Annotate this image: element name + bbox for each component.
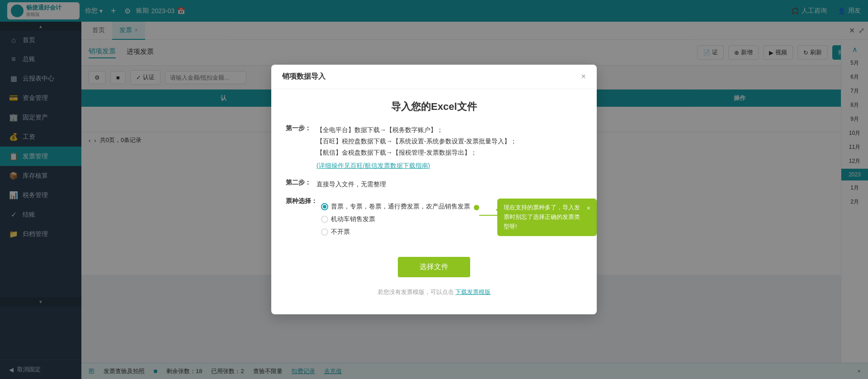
ticket-select-row: 票种选择： 普票，专票，卷票，通行费发票，农产品销售发票 (286, 197, 582, 246)
modal-close-btn[interactable]: × (581, 72, 586, 81)
modal-body: 导入您的Excel文件 第一步： 【全电平台】数据下载→【税务数字账户】； 【百… (271, 89, 597, 315)
import-title: 导入您的Excel文件 (286, 100, 582, 114)
radio-row-1: 普票，专票，卷票，通行费发票，农产品销售发票 × 现在支持的票种多了，导入发票时… (321, 203, 479, 211)
tooltip-close-btn[interactable]: × (587, 203, 590, 213)
step1-label: 第一步： (286, 124, 313, 172)
step2-row: 第二步： 直接导入文件，无需整理 (286, 179, 582, 190)
tooltip-container: × 现在支持的票种多了，导入发票时别忘了选择正确的发票类型呀! (474, 203, 479, 210)
radio-label-3[interactable]: 不开票 (321, 228, 350, 236)
tooltip-line (479, 215, 499, 216)
step1-content: 【全电平台】数据下载→【税务数字账户】； 【百旺】税控盘数据下载→【系统设置-系… (316, 124, 517, 172)
step1-row: 第一步： 【全电平台】数据下载→【税务数字账户】； 【百旺】税控盘数据下载→【系… (286, 124, 582, 172)
tooltip-box: × 现在支持的票种多了，导入发票时别忘了选择正确的发票类型呀! (497, 199, 597, 236)
modal-header: 销项数据导入 × (271, 65, 597, 89)
step1-line3: 【航信】金税盘数据下载→【报税管理-发票数据导出】； (316, 147, 517, 158)
step2-label: 第二步： (286, 179, 313, 190)
radio-dot-1 (323, 205, 326, 208)
radio-btn-1[interactable] (321, 203, 328, 210)
step2-text: 直接导入文件，无需整理 (316, 179, 386, 190)
tooltip-text: 现在支持的票种多了，导入发票时别忘了选择正确的发票类型呀! (504, 204, 580, 230)
step1-link[interactable]: (详细操作见百旺/航信发票数据下载指南) (316, 160, 517, 171)
radio-row-2: 机动车销售发票 (321, 215, 479, 223)
import-modal: 销项数据导入 × 导入您的Excel文件 第一步： 【全电平台】数据下载→【税务… (271, 65, 597, 315)
radio-text-1: 普票，专票，卷票，通行费发票，农产品销售发票 (331, 203, 470, 211)
radio-text-3: 不开票 (331, 228, 350, 236)
select-file-btn[interactable]: 选择文件 (398, 257, 470, 277)
step1-line1: 【全电平台】数据下载→【税务数字账户】； (316, 124, 517, 136)
step1-line2: 【百旺】税控盘数据下载→【系统设置-系统参数设置-发票批量导入】； (316, 136, 517, 147)
radio-btn-3[interactable] (321, 228, 328, 236)
modal-footer: 若您没有发票模版，可以点击 下载发票模版 (286, 288, 582, 303)
radio-label-1[interactable]: 普票，专票，卷票，通行费发票，农产品销售发票 (321, 203, 470, 211)
ticket-select-label: 票种选择： (286, 197, 317, 205)
modal-title: 销项数据导入 (282, 72, 326, 81)
radio-group: 普票，专票，卷票，通行费发票，农产品销售发票 × 现在支持的票种多了，导入发票时… (321, 203, 479, 241)
modal-overlay: 销项数据导入 × 导入您的Excel文件 第一步： 【全电平台】数据下载→【税务… (0, 0, 868, 379)
radio-text-2: 机动车销售发票 (331, 215, 375, 223)
radio-row-3: 不开票 (321, 228, 479, 236)
tooltip-dot (474, 205, 479, 210)
footer-text: 若您没有发票模版，可以点击 (377, 289, 454, 295)
radio-label-2[interactable]: 机动车销售发票 (321, 215, 375, 223)
radio-btn-2[interactable] (321, 216, 328, 223)
download-template-link[interactable]: 下载发票模版 (455, 289, 491, 295)
